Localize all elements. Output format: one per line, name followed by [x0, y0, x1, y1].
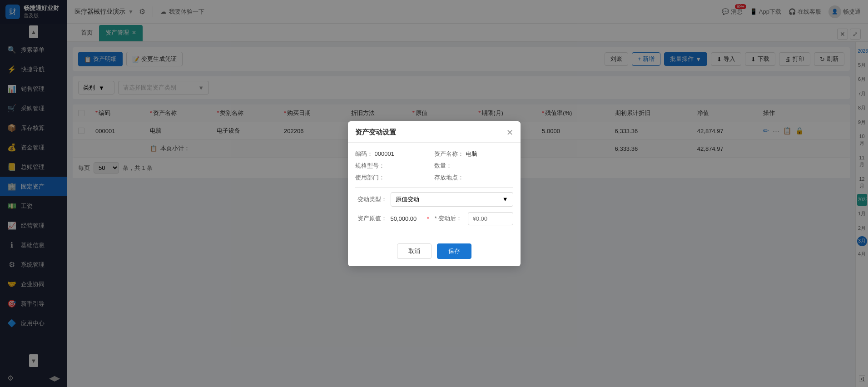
cancel-label: 取消 — [408, 248, 420, 254]
modal-overlay: 资产变动设置 ✕ 编码： 000001 资产名称： 电脑 规格型号： 数量： — [0, 0, 868, 387]
original-value-row: 资产原值： 50,000.00 * * 变动后： — [355, 212, 513, 225]
modal-title: 资产变动设置 — [355, 128, 396, 137]
asset-change-modal: 资产变动设置 ✕ 编码： 000001 资产名称： 电脑 规格型号： 数量： — [348, 121, 521, 266]
modal-department-row: 使用部门： — [355, 174, 434, 182]
modal-department-label: 使用部门： — [355, 174, 385, 182]
required-star: * — [427, 215, 429, 222]
change-type-select[interactable]: 原值变动 ▼ — [391, 192, 513, 207]
modal-asset-name-label: 资产名称： — [434, 150, 464, 158]
after-change-label: * 变动后： — [435, 214, 462, 223]
modal-location-label: 存放地点： — [434, 174, 464, 182]
original-value-label: 资产原值： — [355, 214, 387, 223]
modal-quantity-row: 数量： — [434, 162, 513, 170]
change-type-label: 变动类型： — [355, 195, 387, 203]
modal-header: 资产变动设置 ✕ — [348, 121, 521, 143]
original-value-display: 50,000.00 — [391, 215, 423, 222]
modal-location-row: 存放地点： — [434, 174, 513, 182]
modal-code-label: 编码： — [355, 150, 373, 158]
modal-code-value: 000001 — [375, 150, 394, 157]
modal-asset-name-row: 资产名称： 电脑 — [434, 150, 513, 158]
modal-body: 编码： 000001 资产名称： 电脑 规格型号： 数量： 使用部门： — [348, 143, 521, 238]
modal-close-btn[interactable]: ✕ — [506, 128, 513, 138]
save-button[interactable]: 保存 — [437, 243, 471, 259]
save-label: 保存 — [448, 248, 460, 254]
modal-spec-row: 规格型号： — [355, 162, 434, 170]
modal-divider — [355, 187, 513, 188]
modal-info-grid: 编码： 000001 资产名称： 电脑 规格型号： 数量： 使用部门： — [355, 150, 513, 182]
modal-code-row: 编码： 000001 — [355, 150, 434, 158]
modal-footer: 取消 保存 — [348, 238, 521, 266]
change-type-row: 变动类型： 原值变动 ▼ — [355, 192, 513, 207]
modal-spec-label: 规格型号： — [355, 162, 385, 170]
change-type-value: 原值变动 — [396, 195, 419, 203]
cancel-button[interactable]: 取消 — [397, 243, 432, 259]
modal-quantity-label: 数量： — [434, 162, 452, 170]
change-type-dropdown-icon: ▼ — [502, 196, 508, 203]
after-change-input[interactable] — [468, 212, 513, 225]
modal-asset-name-value: 电脑 — [466, 150, 477, 158]
